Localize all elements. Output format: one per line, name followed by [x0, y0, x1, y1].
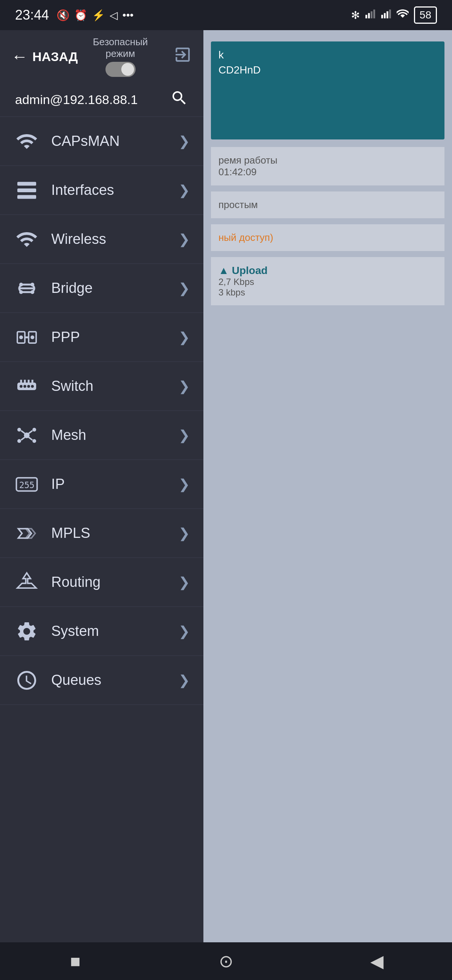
chevron-icon-bridge: ❯	[179, 280, 190, 296]
signal2-icon	[381, 9, 391, 22]
status-bar-left: 23:44 🔇 ⏰ ⚡ ◁ •••	[15, 7, 134, 23]
ppp-icon	[14, 324, 40, 350]
gray-text1: ремя работы	[219, 154, 437, 166]
routing-icon	[14, 569, 40, 595]
exit-button[interactable]	[173, 45, 192, 68]
svg-rect-7	[389, 10, 391, 18]
chevron-icon-ip: ❯	[179, 476, 190, 492]
svg-line-35	[29, 430, 32, 433]
svg-text:255: 255	[19, 480, 35, 490]
menu-label-system: System	[51, 623, 167, 639]
right-panel-gray4: ▲ Upload 2,7 Kbps 3 kbps	[211, 257, 444, 305]
safe-mode-container: Безопасныйрежим	[93, 36, 147, 77]
svg-point-21	[20, 385, 22, 388]
menu-label-ppp: PPP	[51, 329, 167, 345]
back-arrow-icon: ←	[11, 47, 28, 66]
more-icon: •••	[122, 9, 133, 21]
menu-item-switch[interactable]: Switch ❯	[0, 362, 203, 411]
right-panel: k CD2HnD ремя работы 01:42:09 простым ны…	[203, 30, 452, 942]
svg-rect-2	[371, 11, 373, 19]
menu-item-mesh[interactable]: Mesh ❯	[0, 411, 203, 460]
safe-mode-toggle[interactable]	[105, 62, 136, 77]
ip-icon: 255	[14, 471, 40, 498]
svg-rect-6	[387, 11, 389, 19]
menu-item-ip[interactable]: 255 IP ❯	[0, 460, 203, 509]
svg-point-19	[30, 336, 34, 339]
gray-text3: простым	[219, 199, 437, 211]
queues-icon	[14, 667, 40, 694]
svg-line-36	[21, 437, 25, 440]
upload-label: ▲ Upload	[219, 265, 437, 277]
interfaces-icon	[14, 177, 40, 204]
menu-item-ppp[interactable]: PPP ❯	[0, 313, 203, 362]
svg-point-22	[23, 385, 26, 388]
svg-point-33	[32, 439, 36, 443]
teal-text2: CD2HnD	[219, 64, 437, 76]
chevron-icon-interfaces: ❯	[179, 183, 190, 198]
chevron-icon-system: ❯	[179, 624, 190, 639]
bolt-icon: ⚡	[92, 9, 105, 21]
menu-label-routing: Routing	[51, 574, 167, 590]
svg-rect-1	[368, 13, 370, 18]
home-button[interactable]: ⊙	[211, 946, 241, 976]
menu-item-bridge[interactable]: Bridge ❯	[0, 264, 203, 313]
menu-label-mesh: Mesh	[51, 427, 167, 443]
svg-rect-8	[17, 182, 36, 185]
chevron-icon-queues: ❯	[179, 673, 190, 688]
header: ← НАЗАД Безопасныйрежим	[0, 30, 203, 83]
safe-mode-label: Безопасныйрежим	[93, 36, 147, 60]
menu-item-capsman[interactable]: CAPsMAN ❯	[0, 117, 203, 166]
svg-point-32	[17, 439, 21, 443]
mpls-icon	[14, 520, 40, 547]
mesh-icon	[14, 422, 40, 449]
upload-value: 2,7 Kbps	[219, 277, 437, 287]
bridge-icon	[14, 275, 40, 302]
chevron-icon-capsman: ❯	[179, 134, 190, 149]
svg-rect-0	[365, 15, 367, 18]
menu-item-queues[interactable]: Queues ❯	[0, 656, 203, 705]
user-address: admin@192.168.88.1	[15, 92, 170, 107]
svg-point-14	[30, 290, 34, 294]
muted-icon: 🔇	[57, 9, 70, 21]
menu-label-mpls: MPLS	[51, 525, 167, 541]
svg-rect-5	[384, 13, 386, 18]
svg-rect-3	[373, 10, 375, 18]
signal1-icon	[365, 9, 376, 22]
menu-label-interfaces: Interfaces	[51, 182, 167, 198]
status-icons-left: 🔇 ⏰ ⚡ ◁ •••	[57, 9, 133, 21]
right-panel-gray2: простым	[211, 191, 444, 218]
navigation-icon: ◁	[109, 9, 118, 21]
stop-button[interactable]: ■	[60, 946, 90, 976]
svg-point-13	[19, 290, 23, 294]
wifi-icon	[14, 128, 40, 154]
menu-label-bridge: Bridge	[51, 280, 167, 296]
orange-text: ный доступ)	[219, 232, 437, 243]
back-button[interactable]: ← НАЗАД	[11, 47, 78, 66]
search-icon[interactable]	[170, 89, 188, 111]
svg-point-30	[17, 428, 21, 431]
chevron-icon-ppp: ❯	[179, 329, 190, 345]
back-nav-button[interactable]: ◀	[362, 946, 392, 976]
svg-point-11	[19, 283, 23, 286]
status-time: 23:44	[15, 7, 49, 23]
wireless-icon	[14, 226, 40, 253]
menu-item-interfaces[interactable]: Interfaces ❯	[0, 166, 203, 215]
system-icon	[14, 618, 40, 644]
menu-item-wireless[interactable]: Wireless ❯	[0, 215, 203, 264]
chevron-icon-wireless: ❯	[179, 231, 190, 247]
back-label: НАЗАД	[32, 49, 78, 64]
battery-indicator: 58	[414, 6, 437, 24]
svg-point-31	[32, 428, 36, 431]
menu-list: CAPsMAN ❯ Interfaces ❯ Wireless ❯ Bridge…	[0, 117, 203, 942]
bottom-nav: ■ ⊙ ◀	[0, 942, 452, 980]
svg-rect-10	[17, 195, 36, 199]
menu-item-mpls[interactable]: MPLS ❯	[0, 509, 203, 558]
svg-line-37	[29, 437, 32, 440]
svg-point-24	[31, 385, 34, 388]
menu-item-system[interactable]: System ❯	[0, 607, 203, 656]
svg-point-23	[27, 385, 30, 388]
status-bar-right: ✻ 58	[351, 6, 437, 24]
menu-label-switch: Switch	[51, 378, 167, 394]
gray-text2: 01:42:09	[219, 166, 437, 178]
menu-item-routing[interactable]: Routing ❯	[0, 558, 203, 607]
